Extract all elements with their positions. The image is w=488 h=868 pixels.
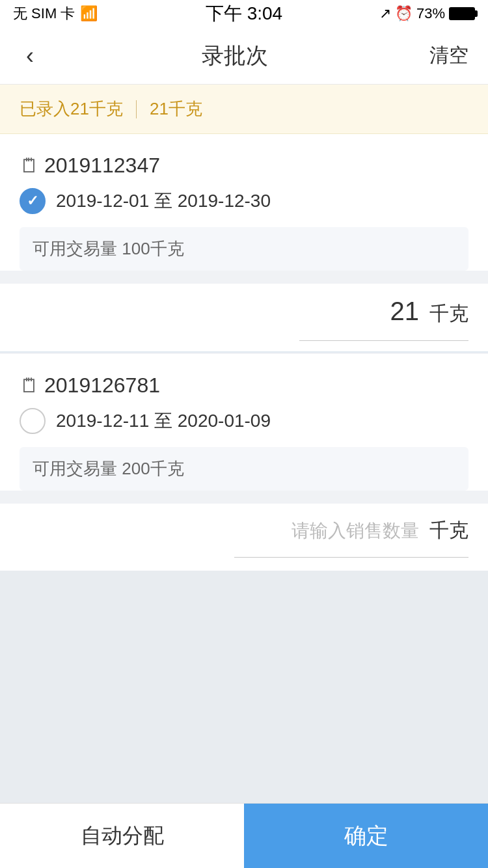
clear-button[interactable]: 清空 [429,42,468,69]
info-banner: 已录入21千克 21千克 [0,85,488,134]
batch-1-amount-unit: 千克 [429,301,468,327]
section-divider [0,351,488,353]
recorded-amount-value: 21千克 [150,98,202,120]
no-sim-text: 无 SIM 卡 [13,4,75,23]
batch-2-avail-box: 可用交易量 200千克 [20,447,468,491]
batch-1-underline [299,340,468,341]
batch-2-underline-wrap [0,557,488,571]
batch-1-amount-value: 21 [390,297,420,326]
wifi-icon: 📶 [80,5,98,22]
status-right: ↗ ⏰ 73% [379,5,475,22]
batch-2-doc-icon: 🗒 [20,375,39,397]
alarm-icon: ⏰ [395,5,413,22]
batch-2-header: 🗒 2019126781 [20,373,468,398]
page-title: 录批次 [202,41,268,71]
batch-2-date-row[interactable]: 2019-12-11 至 2020-01-09 [20,408,468,434]
auto-distribute-button[interactable]: 自动分配 [0,804,244,868]
batch-2-input-row[interactable]: 千克 [0,504,488,557]
bottom-bar: 自动分配 确定 [0,803,488,868]
batch-2-radio[interactable] [20,408,46,434]
status-bar: 无 SIM 卡 📶 下午 3:04 ↗ ⏰ 73% [0,0,488,27]
batch-1-amount-row: 21 千克 [0,284,488,340]
batch-1-date: 2019-12-01 至 2019-12-30 [56,189,271,213]
qty-input-field[interactable] [224,517,419,542]
batch-1-avail-text: 可用交易量 100千克 [33,239,184,258]
batch-2-id: 2019126781 [44,373,160,398]
status-left: 无 SIM 卡 📶 [13,4,98,23]
recorded-amount-label: 已录入21千克 [20,98,123,120]
batch-1-id: 2019112347 [44,154,160,178]
batch-1-header: 🗒 2019112347 [20,154,468,178]
batch-1-radio[interactable] [20,188,46,214]
back-button[interactable]: ‹ [20,36,40,76]
confirm-button[interactable]: 确定 [244,804,488,868]
batch-2-underline [234,557,468,558]
location-icon: ↗ [379,5,391,22]
info-divider [136,100,137,118]
batch-1-avail-box: 可用交易量 100千克 [20,227,468,271]
batch-2-date: 2019-12-11 至 2020-01-09 [56,409,271,433]
batch-item-2: 🗒 2019126781 2019-12-11 至 2020-01-09 可用交… [0,354,488,491]
battery-icon [449,7,475,20]
batch-2-avail-text: 可用交易量 200千克 [33,459,184,478]
batch-item-1: 🗒 2019112347 2019-12-01 至 2019-12-30 可用交… [0,134,488,271]
batch-1-doc-icon: 🗒 [20,155,39,177]
nav-bar: ‹ 录批次 清空 [0,27,488,85]
battery-text: 73% [416,5,445,22]
gray-area [0,571,488,831]
batch-1-date-row[interactable]: 2019-12-01 至 2019-12-30 [20,188,468,214]
batch-2-unit: 千克 [429,517,468,544]
status-time: 下午 3:04 [206,1,282,26]
